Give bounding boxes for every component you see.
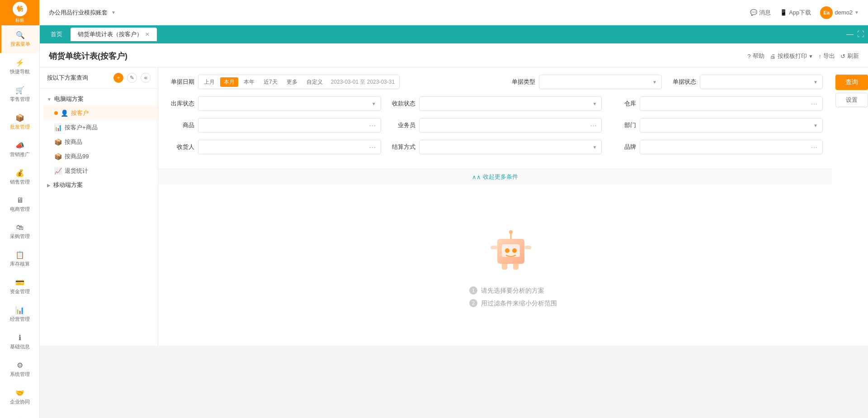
user-menu[interactable]: Ea demo2 ▼ bbox=[820, 6, 859, 19]
query-btn[interactable]: 查询 bbox=[835, 75, 868, 90]
doc-type-select[interactable] bbox=[544, 79, 652, 86]
export-btn[interactable]: ↑ 导出 bbox=[819, 52, 835, 60]
out-status-select[interactable] bbox=[203, 100, 372, 107]
collection-status-select-wrapper[interactable]: ▼ bbox=[419, 96, 602, 111]
user-name: demo2 bbox=[835, 9, 853, 16]
scheme-group-mobile-header[interactable]: ▶ 移动端方案 bbox=[40, 178, 158, 192]
warehouse-input[interactable] bbox=[640, 96, 823, 111]
scheme-item-label: 按客户 bbox=[71, 109, 89, 117]
date-btn-last-month[interactable]: 上月 bbox=[200, 77, 218, 87]
tab-bar-actions: — ⛶ bbox=[846, 30, 864, 38]
app-logo[interactable]: 畅 标账 bbox=[0, 0, 39, 25]
salesperson-input[interactable] bbox=[419, 118, 602, 133]
tip-1-num: 1 bbox=[469, 286, 477, 294]
date-btn-this-year[interactable]: 本年 bbox=[240, 77, 258, 87]
tab-minimize-icon[interactable]: — bbox=[846, 30, 854, 38]
action-buttons: 查询 设置 bbox=[832, 67, 868, 185]
doc-type-label: 单据类型 bbox=[508, 78, 535, 86]
tip-1-text: 请先选择要分析的方案 bbox=[481, 284, 544, 297]
app-download-btn[interactable]: 📱 App下载 bbox=[780, 9, 811, 17]
filter-panel: 单据日期 上月 本月 本年 近7天 更多 自定义 2023-03-01 至 20… bbox=[158, 67, 832, 169]
message-btn[interactable]: 💬 消息 bbox=[750, 9, 771, 17]
main-content-wrapper: 单据日期 上月 本月 本年 近7天 更多 自定义 2023-03-01 至 20… bbox=[158, 67, 868, 346]
sidebar-item-base-info[interactable]: ℹ 基础信息 bbox=[0, 328, 39, 356]
scheme-collapse-btn[interactable]: « bbox=[141, 73, 151, 83]
sidebar-item-retail[interactable]: 🛒 零售管理 bbox=[0, 81, 39, 108]
filter-item-warehouse: 仓库 bbox=[609, 96, 823, 111]
tab-bar: 首页 销货单统计表（按客户） ✕ — ⛶ bbox=[40, 25, 868, 43]
sidebar-item-ecommerce[interactable]: 🖥 电商管理 bbox=[0, 191, 39, 218]
scheme-header-icons: + ✎ « bbox=[113, 73, 151, 83]
tab-home-label: 首页 bbox=[51, 30, 62, 38]
filter-row-1: 单据日期 上月 本月 本年 近7天 更多 自定义 2023-03-01 至 20… bbox=[167, 75, 823, 89]
sidebar-item-quick-nav[interactable]: ⚡ 快捷导航 bbox=[0, 53, 39, 81]
sidebar-item-label: 系统管理 bbox=[10, 371, 30, 378]
sidebar-item-system[interactable]: ⚙ 系统管理 bbox=[0, 356, 39, 383]
sidebar-item-finance[interactable]: 💳 资金管理 bbox=[0, 273, 39, 300]
tab-sales-stat-label: 销货单统计表（按客户） bbox=[78, 30, 142, 38]
settings-btn[interactable]: 设置 bbox=[835, 93, 868, 107]
goods-input[interactable] bbox=[198, 118, 381, 133]
sidebar-item-label: 快捷导航 bbox=[10, 68, 30, 75]
doc-status-select-wrapper[interactable]: ▼ bbox=[700, 75, 823, 89]
scheme-item-refund-stat[interactable]: 📈 退货统计 bbox=[43, 164, 158, 178]
filter-item-date: 单据日期 上月 本月 本年 近7天 更多 自定义 2023-03-01 至 20… bbox=[167, 75, 501, 89]
scheme-edit-btn[interactable]: ✎ bbox=[127, 73, 137, 83]
sidebar-item-marketing[interactable]: 📣 营销推广 bbox=[0, 136, 39, 163]
page-actions: ? 帮助 🖨 按模板打印 ▼ ↑ 导出 ↺ 刷新 bbox=[747, 52, 859, 60]
wholesale-icon: 📦 bbox=[15, 114, 24, 122]
guide-icon: 📖 bbox=[15, 416, 24, 418]
date-btn-more[interactable]: 更多 bbox=[283, 77, 301, 87]
scheme-item-by-customer[interactable]: 👤 按客户 bbox=[43, 106, 158, 120]
brand-input[interactable] bbox=[640, 140, 823, 154]
recipient-input[interactable] bbox=[198, 140, 381, 154]
scheme-add-btn[interactable]: + bbox=[113, 73, 123, 83]
settlement-select[interactable] bbox=[424, 144, 593, 151]
main-content: 办公用品行业模拟账套 ▼ 💬 消息 📱 App下载 Ea demo2 ▼ 首页 … bbox=[40, 0, 868, 418]
purchase-icon: 🛍 bbox=[16, 223, 24, 232]
industry-label: 办公用品行业模拟账套 bbox=[49, 9, 108, 17]
tab-close-icon[interactable]: ✕ bbox=[145, 31, 150, 38]
tab-home[interactable]: 首页 bbox=[43, 28, 70, 41]
sidebar-item-search[interactable]: 🔍 搜索菜单 bbox=[0, 25, 39, 53]
filter-area: 单据日期 上月 本月 本年 近7天 更多 自定义 2023-03-01 至 20… bbox=[158, 67, 832, 185]
finance-icon: 💳 bbox=[15, 278, 24, 287]
sidebar-item-sales[interactable]: 💰 销售管理 bbox=[0, 163, 39, 191]
scheme-tree: ▼ 电脑端方案 👤 按客户 📊 按客户+商品 bbox=[40, 89, 158, 195]
scheme-item-by-goods-99[interactable]: 📦 按商品99 bbox=[43, 149, 158, 164]
tip-1: 1 请先选择要分析的方案 bbox=[469, 284, 557, 297]
sidebar-item-operation[interactable]: 📊 经营管理 bbox=[0, 300, 39, 328]
scheme-item-by-customer-goods[interactable]: 📊 按客户+商品 bbox=[43, 120, 158, 135]
date-btn-custom[interactable]: 自定义 bbox=[303, 77, 326, 87]
sidebar-item-wholesale[interactable]: 📦 批发管理 bbox=[0, 108, 39, 136]
sidebar-item-purchase[interactable]: 🛍 采购管理 bbox=[0, 218, 39, 245]
date-btn-last-7days[interactable]: 近7天 bbox=[260, 77, 281, 87]
doc-type-select-wrapper[interactable]: ▼ bbox=[539, 75, 662, 89]
sidebar-item-cooperation[interactable]: 🤝 企业协同 bbox=[0, 383, 39, 411]
collapse-btn[interactable]: ∧∧ 收起更多条件 bbox=[158, 169, 832, 185]
tab-sales-stat[interactable]: 销货单统计表（按客户） ✕ bbox=[71, 28, 157, 41]
date-btn-this-month[interactable]: 本月 bbox=[220, 77, 238, 87]
filter-row-3: 商品 业务员 部门 bbox=[167, 118, 823, 133]
sidebar-item-label: 基础信息 bbox=[10, 343, 30, 350]
settlement-select-wrapper[interactable]: ▼ bbox=[419, 140, 602, 154]
sidebar-item-label: 营销推广 bbox=[10, 151, 30, 158]
out-status-select-wrapper[interactable]: ▼ bbox=[198, 96, 381, 111]
collection-status-select[interactable] bbox=[424, 100, 593, 107]
refresh-btn[interactable]: ↺ 刷新 bbox=[840, 52, 859, 60]
scheme-item-by-goods[interactable]: 📦 按商品 bbox=[43, 135, 158, 149]
doc-status-dropdown-icon: ▼ bbox=[813, 80, 818, 85]
search-icon: 🔍 bbox=[16, 31, 25, 39]
collapse-label: 收起更多条件 bbox=[483, 173, 518, 181]
department-select[interactable] bbox=[645, 122, 813, 129]
help-btn[interactable]: ? 帮助 bbox=[747, 52, 764, 60]
filter-item-settlement: 结算方式 ▼ bbox=[388, 140, 602, 154]
sidebar-item-guide[interactable]: 📖 新手引导 bbox=[0, 411, 39, 418]
print-btn[interactable]: 🖨 按模板打印 ▼ bbox=[770, 52, 813, 60]
doc-status-select[interactable] bbox=[705, 79, 813, 86]
operation-icon: 📊 bbox=[15, 306, 24, 314]
scheme-group-desktop-header[interactable]: ▼ 电脑端方案 bbox=[40, 92, 158, 106]
tab-expand-icon[interactable]: ⛶ bbox=[857, 30, 864, 38]
department-select-wrapper[interactable]: ▼ bbox=[640, 118, 823, 133]
sidebar-item-inventory[interactable]: 📋 库存核算 bbox=[0, 245, 39, 273]
